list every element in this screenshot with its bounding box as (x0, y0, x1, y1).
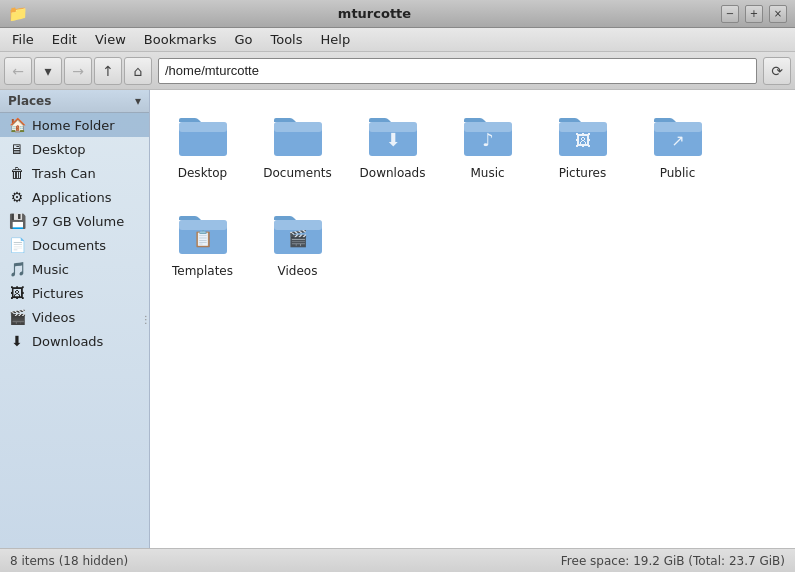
desktop-icon: 🖥 (8, 140, 26, 158)
sidebar-label-pictures: Pictures (32, 286, 83, 301)
menu-bar: FileEditViewBookmarksGoToolsHelp (0, 28, 795, 52)
reload-button[interactable]: ⟳ (763, 57, 791, 85)
file-icon-videos: 🎬 (270, 204, 326, 260)
sidebar-items: 🏠Home Folder🖥Desktop🗑Trash Can⚙Applicati… (0, 113, 149, 353)
file-icon-desktop (175, 106, 231, 162)
file-item-public[interactable]: ↗Public (635, 100, 720, 188)
applications-icon: ⚙ (8, 188, 26, 206)
file-item-videos[interactable]: 🎬Videos (255, 198, 340, 286)
file-item-pictures[interactable]: 🖼Pictures (540, 100, 625, 188)
home-button[interactable]: ⌂ (124, 57, 152, 85)
sidebar-label-documents: Documents (32, 238, 106, 253)
up-button[interactable]: ↑ (94, 57, 122, 85)
location-bar[interactable] (158, 58, 757, 84)
file-label-music: Music (470, 166, 504, 182)
sidebar-header: Places ▾ (0, 90, 149, 113)
menu-item-file[interactable]: File (4, 30, 42, 49)
menu-item-go[interactable]: Go (226, 30, 260, 49)
sidebar-item-desktop[interactable]: 🖥Desktop (0, 137, 149, 161)
sidebar-label-trash-can: Trash Can (32, 166, 96, 181)
trash-can-icon: 🗑 (8, 164, 26, 182)
svg-rect-3 (274, 122, 322, 132)
sidebar-label-downloads: Downloads (32, 334, 103, 349)
menu-item-edit[interactable]: Edit (44, 30, 85, 49)
maximize-button[interactable]: + (745, 5, 763, 23)
file-label-pictures: Pictures (559, 166, 607, 182)
window-title: mturcotte (28, 6, 721, 21)
svg-text:📋: 📋 (193, 229, 213, 248)
forward-button[interactable]: → (64, 57, 92, 85)
status-bar: 8 items (18 hidden) Free space: 19.2 GiB… (0, 548, 795, 572)
sidebar-places-label: Places (8, 94, 51, 108)
menu-item-tools[interactable]: Tools (262, 30, 310, 49)
file-label-desktop: Desktop (178, 166, 228, 182)
file-icon-music: ♪ (460, 106, 516, 162)
sidebar-resize-handle[interactable]: ⋮ (143, 304, 149, 334)
pictures-icon: 🖼 (8, 284, 26, 302)
sidebar-label-videos: Videos (32, 310, 75, 325)
file-item-downloads[interactable]: ⬇Downloads (350, 100, 435, 188)
svg-text:⬇: ⬇ (385, 129, 400, 150)
window-controls: − + × (721, 5, 787, 23)
sidebar-label-desktop: Desktop (32, 142, 86, 157)
file-label-documents: Documents (263, 166, 331, 182)
downloads-icon: ⬇ (8, 332, 26, 350)
sidebar-label-applications: Applications (32, 190, 111, 205)
sidebar-item-pictures[interactable]: 🖼Pictures (0, 281, 149, 305)
menu-item-help[interactable]: Help (313, 30, 359, 49)
file-icon-templates: 📋 (175, 204, 231, 260)
file-browser: DesktopDocuments⬇Downloads♪Music🖼Picture… (150, 90, 795, 548)
sidebar-expand-icon[interactable]: ▾ (135, 94, 141, 108)
97gb-volume-icon: 💾 (8, 212, 26, 230)
sidebar-item-applications[interactable]: ⚙Applications (0, 185, 149, 209)
main-area: Places ▾ 🏠Home Folder🖥Desktop🗑Trash Can⚙… (0, 90, 795, 548)
title-bar: 📁 mturcotte − + × (0, 0, 795, 28)
sidebar-item-documents[interactable]: 📄Documents (0, 233, 149, 257)
file-icon-pictures: 🖼 (555, 106, 611, 162)
videos-icon: 🎬 (8, 308, 26, 326)
status-free-space: Free space: 19.2 GiB (Total: 23.7 GiB) (561, 554, 785, 568)
file-icon-downloads: ⬇ (365, 106, 421, 162)
sidebar-label-97gb-volume: 97 GB Volume (32, 214, 124, 229)
sidebar-item-videos[interactable]: 🎬Videos (0, 305, 149, 329)
file-item-documents[interactable]: Documents (255, 100, 340, 188)
file-grid: DesktopDocuments⬇Downloads♪Music🖼Picture… (160, 100, 785, 285)
file-item-templates[interactable]: 📋Templates (160, 198, 245, 286)
sidebar-item-music[interactable]: 🎵Music (0, 257, 149, 281)
back-button[interactable]: ← (4, 57, 32, 85)
sidebar-label-music: Music (32, 262, 69, 277)
file-label-downloads: Downloads (360, 166, 426, 182)
file-label-public: Public (660, 166, 696, 182)
sidebar-item-97gb-volume[interactable]: 💾97 GB Volume (0, 209, 149, 233)
file-label-templates: Templates (172, 264, 233, 280)
svg-text:♪: ♪ (482, 129, 494, 150)
svg-text:↗: ↗ (671, 131, 684, 150)
sidebar-label-home-folder: Home Folder (32, 118, 115, 133)
file-label-videos: Videos (278, 264, 318, 280)
title-bar-left: 📁 (8, 4, 28, 23)
menu-item-view[interactable]: View (87, 30, 134, 49)
status-items: 8 items (18 hidden) (10, 554, 128, 568)
svg-text:🎬: 🎬 (288, 229, 308, 248)
minimize-button[interactable]: − (721, 5, 739, 23)
svg-text:🖼: 🖼 (575, 131, 591, 150)
sidebar: Places ▾ 🏠Home Folder🖥Desktop🗑Trash Can⚙… (0, 90, 150, 548)
toolbar: ← ▾ → ↑ ⌂ ⟳ (0, 52, 795, 90)
file-item-music[interactable]: ♪Music (445, 100, 530, 188)
sidebar-item-trash-can[interactable]: 🗑Trash Can (0, 161, 149, 185)
file-icon-public: ↗ (650, 106, 706, 162)
menu-item-bookmarks[interactable]: Bookmarks (136, 30, 225, 49)
home-folder-icon: 🏠 (8, 116, 26, 134)
file-item-desktop[interactable]: Desktop (160, 100, 245, 188)
close-button[interactable]: × (769, 5, 787, 23)
window-icon: 📁 (8, 4, 28, 23)
dropdown-button[interactable]: ▾ (34, 57, 62, 85)
sidebar-item-home-folder[interactable]: 🏠Home Folder (0, 113, 149, 137)
svg-rect-1 (179, 122, 227, 132)
music-icon: 🎵 (8, 260, 26, 278)
file-icon-documents (270, 106, 326, 162)
documents-icon: 📄 (8, 236, 26, 254)
sidebar-item-downloads[interactable]: ⬇Downloads (0, 329, 149, 353)
